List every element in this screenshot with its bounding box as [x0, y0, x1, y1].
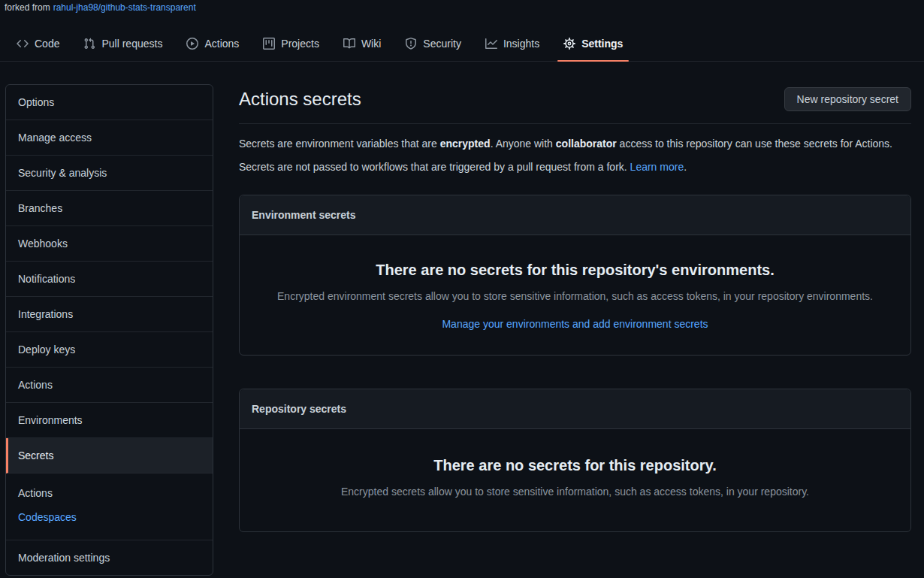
tab-actions[interactable]: Actions	[174, 26, 251, 61]
tab-label: Actions	[204, 32, 239, 55]
repo-nav: Code Pull requests Actions Projects Wiki…	[0, 26, 924, 62]
learn-more-link[interactable]: Learn more	[630, 161, 684, 173]
repository-secrets-blankslate: There are no secrets for this repository…	[240, 429, 910, 531]
env-empty-title: There are no secrets for this repository…	[270, 261, 880, 280]
sidebar-subitem-actions[interactable]: Actions	[18, 486, 201, 501]
book-icon	[343, 38, 355, 50]
fork-banner: forked fromrahul-jha98/github-stats-tran…	[0, 0, 924, 13]
tab-label: Security	[423, 32, 461, 55]
repo-empty-description: Encrypted secrets allow you to store sen…	[270, 484, 880, 500]
code-icon	[17, 38, 29, 50]
intro-line-1: Secrets are environment variables that a…	[239, 136, 911, 152]
sidebar-item-branches[interactable]: Branches	[6, 191, 213, 226]
repo-empty-title: There are no secrets for this repository…	[270, 456, 880, 475]
sidebar-item-deploy-keys[interactable]: Deploy keys	[6, 332, 213, 368]
page-title: Actions secrets	[239, 88, 361, 110]
repository-secrets-box: Repository secrets There are no secrets …	[239, 389, 911, 532]
tab-label: Insights	[503, 32, 539, 55]
project-icon	[263, 38, 275, 50]
secrets-subnav: Actions Codespaces	[6, 474, 213, 540]
tab-label: Settings	[581, 32, 623, 55]
sidebar-item-environments[interactable]: Environments	[6, 403, 213, 438]
environment-secrets-box: Environment secrets There are no secrets…	[239, 195, 911, 356]
main-content: Actions secrets New repository secret Se…	[239, 84, 911, 532]
sidebar-item-secrets[interactable]: Secrets	[6, 438, 213, 474]
tab-insights[interactable]: Insights	[473, 26, 551, 61]
tab-settings[interactable]: Settings	[551, 26, 635, 61]
tab-pull-requests[interactable]: Pull requests	[71, 26, 174, 61]
sidebar-item-security-analysis[interactable]: Security & analysis	[6, 156, 213, 191]
intro-line-2: Secrets are not passed to workflows that…	[239, 159, 911, 175]
new-repository-secret-button[interactable]: New repository secret	[784, 87, 911, 111]
gear-icon	[563, 38, 575, 50]
environment-secrets-header: Environment secrets	[240, 195, 910, 235]
tab-wiki[interactable]: Wiki	[331, 26, 393, 61]
tab-label: Code	[35, 32, 59, 55]
sidebar-item-moderation-settings[interactable]: Moderation settings	[6, 540, 213, 575]
tab-projects[interactable]: Projects	[251, 26, 331, 61]
graph-icon	[485, 38, 497, 50]
sidebar-subitem-codespaces[interactable]: Codespaces	[18, 510, 201, 525]
repository-secrets-header: Repository secrets	[240, 389, 910, 429]
sidebar-item-actions[interactable]: Actions	[6, 368, 213, 403]
sidebar-item-webhooks[interactable]: Webhooks	[6, 226, 213, 262]
tab-label: Projects	[281, 32, 319, 55]
sidebar-item-notifications[interactable]: Notifications	[6, 262, 213, 297]
header-divider	[239, 123, 911, 124]
sidebar-item-options[interactable]: Options	[6, 85, 213, 120]
sidebar-item-integrations[interactable]: Integrations	[6, 297, 213, 332]
fork-banner-text: forked from	[5, 2, 50, 13]
shield-icon	[405, 38, 417, 50]
tab-label: Pull requests	[101, 32, 162, 55]
sidebar-item-manage-access[interactable]: Manage access	[6, 120, 213, 156]
settings-sidebar: Options Manage access Security & analysi…	[5, 84, 213, 576]
manage-environments-link[interactable]: Manage your environments and add environ…	[442, 316, 708, 332]
tab-code[interactable]: Code	[5, 26, 71, 61]
fork-source-link[interactable]: rahul-jha98/github-stats-transparent	[53, 2, 196, 13]
pull-request-icon	[83, 38, 95, 50]
tab-security[interactable]: Security	[393, 26, 473, 61]
environment-secrets-blankslate: There are no secrets for this repository…	[240, 235, 910, 355]
tab-label: Wiki	[361, 32, 381, 55]
play-icon	[186, 38, 198, 50]
env-empty-description: Encrypted environment secrets allow you …	[270, 289, 880, 304]
secrets-intro: Secrets are environment variables that a…	[239, 136, 911, 175]
